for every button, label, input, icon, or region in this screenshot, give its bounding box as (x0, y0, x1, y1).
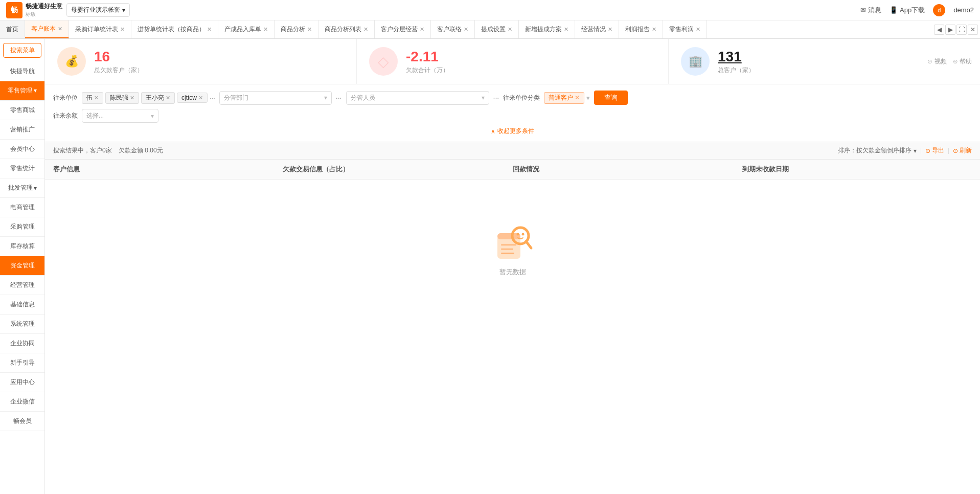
logo-icon: 畅 (6, 2, 22, 18)
sidebar-item-quick-nav[interactable]: 快捷导航 (0, 62, 44, 81)
filter-tag-cjttcw-close[interactable]: ✕ (198, 95, 203, 101)
tab-operations[interactable]: 经营情况 ✕ (575, 20, 619, 38)
tab-purchase-order-label: 采购订单统计表 (75, 25, 118, 34)
app-download-button[interactable]: 📱 App下载 (890, 6, 925, 15)
sidebar-item-inventory[interactable]: 库存核算 (0, 237, 44, 256)
stat-values-total: 131 总客户（家） (718, 48, 755, 75)
filter-balance-dropdown[interactable]: 选择... ▾ (82, 109, 158, 123)
stat-label-debt: 欠款合计（万） (406, 66, 449, 75)
tab-new-commission[interactable]: 新增提成方案 ✕ (519, 20, 575, 38)
tab-profit-report[interactable]: 利润报告 ✕ (619, 20, 663, 38)
store-selector[interactable]: 母婴行业演示帐套 ▾ (66, 3, 130, 17)
filter-tag-wang-close[interactable]: ✕ (166, 95, 170, 101)
tab-customer-ledger[interactable]: 客户账本 ✕ (25, 20, 69, 38)
username[interactable]: demo2 (953, 6, 974, 14)
video-link[interactable]: ⊙ 视频 (927, 57, 946, 66)
sidebar-item-enterprise-wechat[interactable]: 企业微信 (0, 392, 44, 412)
sidebar-item-retail-mall[interactable]: 零售商城 (0, 101, 44, 120)
filter-tag-common-customer-close[interactable]: ✕ (575, 94, 580, 101)
sidebar-item-enterprise-collab[interactable]: 企业协同 (0, 334, 44, 353)
filter-person-arrow: ▾ (482, 94, 485, 101)
sidebar-item-newbie[interactable]: 新手引导 (0, 353, 44, 373)
logo-area: 畅 畅捷通好生意 标版 (6, 2, 62, 18)
sidebar-item-ecommerce[interactable]: 电商管理 (0, 198, 44, 217)
filter-tag-wang: 王小亮 ✕ (141, 92, 175, 104)
col-header-date: 到期未收款日期 (742, 165, 972, 174)
tab-goods-analysis[interactable]: 商品分析 ✕ (275, 20, 318, 38)
tab-commission-settings-close[interactable]: ✕ (508, 26, 512, 33)
stats-row: 💰 16 总欠款客户（家） ◇ -2.11 欠款合计（万） (45, 39, 980, 84)
tab-operations-close[interactable]: ✕ (608, 26, 612, 33)
filter-dept-dropdown[interactable]: 分管部门 ▾ (219, 91, 332, 105)
tab-home[interactable]: 首页 (0, 20, 25, 38)
message-label: 消息 (868, 6, 881, 15)
results-bar: 搜索结果中，客户0家 欠款金额 0.00元 排序：按欠款金额倒序排序 ▾ ⊙ 导… (45, 142, 980, 160)
sidebar-item-app-center[interactable]: 应用中心 (0, 373, 44, 392)
tab-customer-ledger-close[interactable]: ✕ (58, 26, 62, 32)
refresh-button[interactable]: ⊙ 刷新 (953, 146, 972, 155)
filter-more-dots[interactable]: ··· (210, 94, 215, 102)
results-amount-text: 欠款金额 0.00元 (119, 147, 163, 154)
sidebar-item-purchase[interactable]: 采购管理 (0, 217, 44, 237)
tab-goods-analysis-list-close[interactable]: ✕ (363, 26, 368, 33)
app-icon: 📱 (890, 6, 898, 14)
tab-goods-analysis-close[interactable]: ✕ (307, 26, 312, 33)
sidebar-item-basic-info[interactable]: 基础信息 (0, 295, 44, 315)
filter-tag-wu: 伍 ✕ (82, 92, 103, 104)
tab-commission-settings[interactable]: 提成设置 ✕ (475, 20, 519, 38)
filter-person-dropdown[interactable]: 分管人员 ▾ (346, 91, 489, 105)
sort-selector[interactable]: 排序：按欠款金额倒序排序 ▾ (838, 146, 917, 155)
sidebar-item-wholesale[interactable]: 批发管理 ▾ (0, 178, 44, 198)
stat-value-debt: -2.11 (406, 48, 449, 65)
tab-goods-stats[interactable]: 进货单统计表（按商品） ✕ (131, 20, 218, 38)
sidebar-item-finance[interactable]: 资金管理 (0, 256, 44, 276)
tab-customer-contact[interactable]: 客户联络 ✕ (431, 20, 475, 38)
tab-purchase-order[interactable]: 采购订单统计表 ✕ (69, 20, 131, 38)
message-button[interactable]: ✉ 消息 (860, 6, 881, 15)
collapse-button[interactable]: ∧ 收起更多条件 (491, 127, 534, 136)
filter-tag-common-customer: 普通客户 ✕ (544, 92, 584, 104)
tab-retail-profit[interactable]: 零售利润 ✕ (663, 20, 707, 38)
sidebar-item-member[interactable]: 会员中心 (0, 140, 44, 159)
tab-goods-stats-close[interactable]: ✕ (207, 26, 212, 33)
tab-maximize-button[interactable]: ⛶ (956, 25, 967, 35)
sidebar-item-vip[interactable]: 畅会员 (0, 412, 44, 431)
sidebar-item-retail-management[interactable]: 零售管理 ▾ (0, 81, 44, 101)
tab-customer-tier-close[interactable]: ✕ (420, 26, 424, 33)
svg-line-6 (526, 241, 531, 248)
sort-label: 排序：按欠款金额倒序排序 (838, 146, 911, 155)
tab-scroll-right-button[interactable]: ▶ (945, 25, 955, 35)
tab-purchase-order-close[interactable]: ✕ (120, 26, 125, 33)
filter-person-dots[interactable]: ··· (493, 94, 499, 102)
sidebar-item-marketing[interactable]: 营销推广 (0, 120, 44, 140)
sidebar-item-app-center-label: 应用中心 (10, 378, 35, 386)
sidebar-item-system[interactable]: 系统管理 (0, 315, 44, 334)
tab-product-instock-close[interactable]: ✕ (263, 26, 268, 33)
tab-scroll-left-button[interactable]: ◀ (934, 25, 944, 35)
sidebar-item-operations-mgmt[interactable]: 经营管理 (0, 276, 44, 295)
tab-customer-tier[interactable]: 客户分层经营 ✕ (375, 20, 431, 38)
tab-customer-contact-close[interactable]: ✕ (464, 26, 468, 33)
tab-profit-report-close[interactable]: ✕ (652, 26, 656, 33)
tab-new-commission-close[interactable]: ✕ (564, 26, 568, 33)
tab-product-instock[interactable]: 产成品入库单 ✕ (218, 20, 275, 38)
tab-retail-profit-close[interactable]: ✕ (696, 26, 700, 33)
help-link[interactable]: ⊙ 帮助 (953, 57, 972, 66)
filter-dept-placeholder: 分管部门 (224, 94, 248, 102)
export-button[interactable]: ⊙ 导出 (925, 146, 944, 155)
filter-unit-type-arrow[interactable]: ▾ (586, 94, 590, 102)
tab-close-all-button[interactable]: ✕ (968, 25, 978, 35)
filter-balance-placeholder: 选择... (86, 111, 104, 120)
sidebar-search-button[interactable]: 搜索菜单 (3, 43, 41, 58)
sort-arrow-icon: ▾ (914, 147, 917, 154)
tab-goods-analysis-list[interactable]: 商品分析列表 ✕ (318, 20, 375, 38)
sidebar-item-retail-stats[interactable]: 零售统计 (0, 159, 44, 178)
filter-tag-wu-close[interactable]: ✕ (94, 95, 99, 101)
filter-dept-dots[interactable]: ··· (336, 94, 342, 102)
tab-customer-tier-label: 客户分层经营 (381, 25, 418, 34)
logo-sub: 标版 (26, 11, 62, 18)
query-button[interactable]: 查询 (594, 91, 628, 105)
results-customers-text: 搜索结果中，客户0家 (53, 147, 112, 154)
col-header-customer: 客户信息 (53, 165, 283, 174)
filter-tag-chen-close[interactable]: ✕ (130, 95, 134, 101)
